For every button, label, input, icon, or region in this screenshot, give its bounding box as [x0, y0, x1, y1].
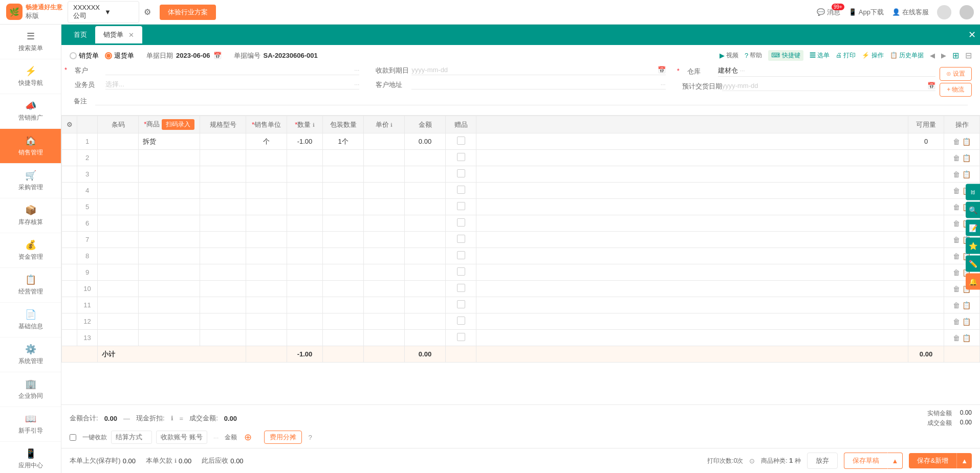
- customer-dots[interactable]: ···: [354, 66, 359, 74]
- gift-checkbox-1[interactable]: [457, 137, 465, 145]
- payment-account-select[interactable]: 收款账号 账号: [156, 431, 207, 444]
- customer-addr-dots[interactable]: ···: [661, 81, 666, 88]
- gift-checkbox-11[interactable]: [457, 300, 465, 308]
- expense-tab-button[interactable]: 费用分摊: [264, 431, 302, 444]
- sidebar-item-finance[interactable]: 💰 资金管理: [0, 233, 61, 268]
- avatar[interactable]: [937, 5, 951, 19]
- trial-button[interactable]: 体验行业方案: [160, 5, 216, 20]
- salesperson-dots[interactable]: ···: [354, 81, 359, 88]
- gift-checkbox-5[interactable]: [457, 202, 465, 210]
- toolbar-select[interactable]: ☰ 选单: [810, 51, 830, 60]
- save-draft-dropdown[interactable]: ▲: [887, 453, 903, 469]
- abandon-button[interactable]: 放弃: [807, 453, 838, 469]
- toolbar-shortcut[interactable]: ⌨ 快捷键: [768, 50, 803, 61]
- sidebar-item-quick-nav[interactable]: ⚡ 快捷导航: [0, 59, 61, 94]
- sidebar-item-marketing[interactable]: 📣 营销推广: [0, 94, 61, 129]
- row-delete-1[interactable]: 🗑: [953, 138, 960, 146]
- tab-sales-order[interactable]: 销货单 ✕: [95, 26, 142, 43]
- sidebar-item-operation[interactable]: 📋 经营管理: [0, 268, 61, 303]
- cash-discount-help[interactable]: ℹ: [171, 415, 173, 422]
- toolbar-print[interactable]: 🖨 打印: [836, 51, 856, 60]
- add-payment-button[interactable]: ⊕: [244, 432, 252, 443]
- row-delete-4[interactable]: 🗑: [953, 187, 960, 195]
- row-copy-3[interactable]: 📋: [962, 170, 971, 178]
- right-panel-btn-4[interactable]: ⭐: [966, 237, 980, 254]
- sidebar-item-appcenter[interactable]: 📱 应用中心: [0, 442, 61, 473]
- gift-checkbox-9[interactable]: [457, 267, 465, 276]
- row-copy-13[interactable]: 📋: [962, 334, 971, 342]
- gift-checkbox-3[interactable]: [457, 169, 465, 177]
- expected-delivery-input[interactable]: [722, 82, 925, 89]
- one-click-pay-checkbox[interactable]: [70, 434, 76, 441]
- sidebar-item-guide[interactable]: 📖 新手引导: [0, 407, 61, 442]
- row-delete-13[interactable]: 🗑: [953, 334, 960, 342]
- radio-return[interactable]: 退货单: [105, 51, 134, 60]
- right-panel-btn-1[interactable]: Itl: [966, 184, 980, 200]
- gift-checkbox-4[interactable]: [457, 186, 465, 194]
- expense-help-icon[interactable]: ?: [308, 434, 312, 441]
- row-copy-11[interactable]: 📋: [962, 301, 971, 309]
- row-delete-11[interactable]: 🗑: [953, 301, 960, 309]
- toolbar-video[interactable]: ▶ 视频: [720, 51, 738, 60]
- settings-gear-button[interactable]: ⚙: [139, 4, 156, 20]
- customer-addr-input[interactable]: [411, 80, 658, 88]
- row-copy-2[interactable]: 📋: [962, 154, 971, 162]
- prev-icon[interactable]: ◀: [930, 52, 935, 59]
- th-settings[interactable]: ⚙: [62, 116, 77, 133]
- table-wrapper[interactable]: ⚙ 条码 *商品 扫码录入 规格型号 *销售单位 *数量 ℹ 包装数量 单价: [61, 116, 980, 404]
- list-view-icon[interactable]: ⊟: [965, 51, 972, 60]
- right-panel-btn-6[interactable]: 🔔: [966, 273, 980, 289]
- sidebar-item-purchase[interactable]: 🛒 采购管理: [0, 164, 61, 198]
- row-delete-9[interactable]: 🗑: [953, 268, 960, 277]
- sidebar-item-system[interactable]: ⚙️ 系统管理: [0, 337, 61, 372]
- grid-view-icon[interactable]: ⊞: [952, 51, 959, 60]
- company-select[interactable]: XXXXXX公司 ▼: [68, 1, 139, 23]
- gift-checkbox-8[interactable]: [457, 251, 465, 259]
- right-panel-btn-5[interactable]: ✏️: [966, 255, 980, 272]
- print-settings-icon[interactable]: ⊙: [749, 457, 755, 465]
- calendar-icon[interactable]: 📅: [213, 52, 222, 59]
- row-copy-12[interactable]: 📋: [962, 318, 971, 326]
- setting-button[interactable]: ⊙ 设置: [940, 67, 972, 81]
- logistics-button[interactable]: + 物流: [940, 83, 972, 97]
- toolbar-operate[interactable]: ⚡ 操作: [862, 51, 883, 60]
- tab-close-icon[interactable]: ✕: [128, 31, 134, 39]
- next-icon[interactable]: ▶: [941, 52, 946, 59]
- row-delete-3[interactable]: 🗑: [953, 170, 960, 178]
- payment-method-select[interactable]: 结算方式: [111, 431, 152, 444]
- gift-checkbox-7[interactable]: [457, 235, 465, 243]
- save-draft-button[interactable]: 保存草稿: [844, 453, 887, 469]
- row-delete-7[interactable]: 🗑: [953, 236, 960, 244]
- customer-input[interactable]: [105, 66, 352, 74]
- right-panel-btn-2[interactable]: 🔍: [966, 201, 980, 218]
- warehouse-dots[interactable]: ···: [740, 67, 745, 74]
- sidebar-item-search[interactable]: ☰ 搜索菜单: [0, 25, 61, 59]
- save-new-dropdown[interactable]: ▲: [956, 453, 972, 468]
- row-delete-8[interactable]: 🗑: [953, 252, 960, 260]
- radio-sales[interactable]: 销货单: [70, 51, 99, 60]
- row-delete-10[interactable]: 🗑: [953, 285, 960, 293]
- save-new-button[interactable]: 保存&新增: [909, 453, 956, 468]
- sidebar-item-sales[interactable]: 🏠 销售管理: [0, 129, 61, 164]
- notification-button[interactable]: 💬 消息 99+: [817, 8, 840, 17]
- gift-checkbox-6[interactable]: [457, 218, 465, 227]
- salesperson-input[interactable]: [105, 80, 352, 88]
- tab-close-all[interactable]: ✕: [968, 29, 976, 40]
- tab-home[interactable]: 首页: [66, 26, 95, 43]
- gift-checkbox-13[interactable]: [457, 333, 465, 341]
- remarks-input[interactable]: [95, 97, 968, 105]
- app-download-button[interactable]: 📱 App下载: [848, 8, 884, 17]
- scan-button[interactable]: 扫码录入: [162, 119, 194, 130]
- toolbar-history[interactable]: 📋 历史单据: [890, 51, 924, 60]
- row-delete-12[interactable]: 🗑: [953, 318, 960, 326]
- gift-checkbox-10[interactable]: [457, 284, 465, 292]
- sidebar-item-inventory[interactable]: 📦 库存核算: [0, 198, 61, 233]
- row-delete-5[interactable]: 🗑: [953, 203, 960, 211]
- owed-help-icon[interactable]: ℹ: [175, 458, 177, 464]
- gift-checkbox-2[interactable]: [457, 153, 465, 161]
- expected-delivery-calendar-icon[interactable]: 📅: [927, 82, 935, 89]
- online-service-button[interactable]: 👤 在线客服: [892, 8, 929, 17]
- toolbar-help[interactable]: ? 帮助: [745, 51, 762, 60]
- sidebar-item-enterprise[interactable]: 🏢 企业协同: [0, 372, 61, 407]
- row-delete-2[interactable]: 🗑: [953, 154, 960, 162]
